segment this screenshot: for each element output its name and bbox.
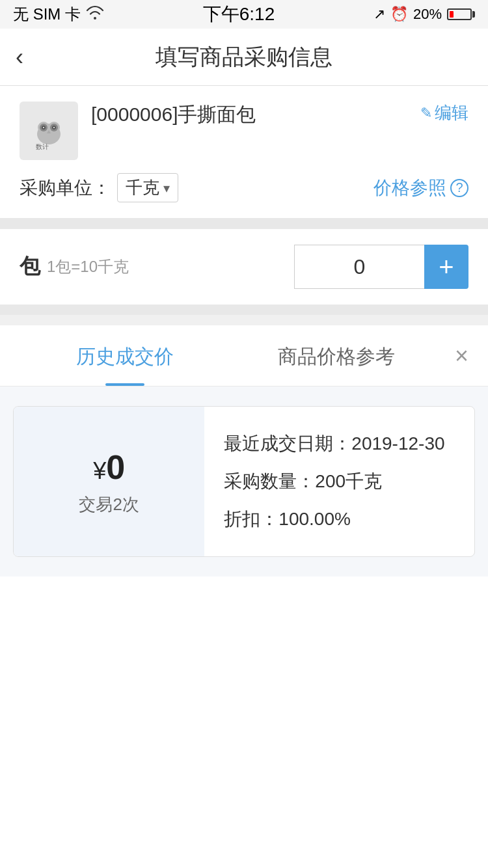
svg-point-7 [43, 127, 44, 128]
back-button[interactable]: ‹ [16, 44, 23, 71]
discount-label: 折扣： [224, 509, 278, 529]
product-header: 数计 [0000006]手撕面包 ✎ 编辑 [20, 102, 468, 160]
product-name: [0000006]手撕面包 [91, 102, 256, 128]
discount-value: 100.00% [278, 509, 351, 529]
quantity-conversion: 1包=10千克 [47, 256, 129, 277]
recent-date-label: 最近成交日期： [224, 433, 351, 454]
tabs-header: 历史成交价 商品价格参考 × [0, 325, 488, 387]
edit-label: 编辑 [435, 102, 468, 124]
status-time: 下午6:12 [203, 2, 275, 27]
quantity-row: 包 1包=10千克 + [0, 229, 488, 305]
purchase-qty-row: 采购数量：200千克 [224, 468, 455, 495]
nav-bar: ‹ 填写商品采购信息 [0, 29, 488, 86]
status-right: ↗ ⏰ 20% [373, 6, 475, 23]
quantity-unit: 包 [20, 252, 40, 281]
price-ref-label: 价格参照 [373, 176, 446, 200]
tabs-panel: 历史成交价 商品价格参考 × ¥0 交易2次 最近成交日期：2019-12-30… [0, 325, 488, 576]
history-detail-panel: 最近成交日期：2019-12-30 采购数量：200千克 折扣：100.00% [204, 407, 474, 556]
recent-date-row: 最近成交日期：2019-12-30 [224, 430, 455, 457]
product-card: 数计 [0000006]手撕面包 ✎ 编辑 采购单位： 千克 ▾ 价格参照 ? [0, 86, 488, 219]
unit-value: 千克 [126, 176, 159, 199]
section-divider [0, 219, 488, 229]
history-price-value: ¥0 [93, 448, 125, 487]
unit-selector[interactable]: 千克 ▾ [117, 173, 178, 202]
tab-history-price[interactable]: 历史成交价 [20, 325, 230, 386]
unit-left: 采购单位： 千克 ▾ [20, 173, 178, 202]
history-price-panel: ¥0 交易2次 [14, 407, 204, 556]
carrier-text: 无 SIM 卡 [13, 4, 81, 25]
status-bar: 无 SIM 卡 下午6:12 ↗ ⏰ 20% [0, 0, 488, 29]
purchase-unit-row: 采购单位： 千克 ▾ 价格参照 ? [20, 173, 468, 202]
quantity-input-wrapper: + [294, 245, 468, 289]
location-icon: ↗ [373, 6, 385, 23]
recent-date-value: 2019-12-30 [351, 433, 444, 454]
svg-point-8 [53, 127, 55, 128]
battery-percent: 20% [413, 6, 442, 23]
alarm-icon: ⏰ [390, 6, 408, 23]
purchase-qty-label: 采购数量： [224, 471, 315, 491]
battery-icon [447, 8, 475, 20]
purchase-qty-value: 200千克 [315, 471, 382, 491]
status-left: 无 SIM 卡 [13, 4, 104, 25]
history-card: ¥0 交易2次 最近成交日期：2019-12-30 采购数量：200千克 折扣：… [13, 406, 475, 557]
unit-dropdown-arrow: ▾ [163, 180, 170, 196]
tab-product-price-ref-label: 商品价格参考 [278, 346, 395, 367]
product-thumbnail: 数计 [20, 102, 78, 160]
page-title: 填写商品采购信息 [156, 42, 332, 72]
edit-icon: ✎ [420, 105, 432, 122]
tab-product-price-ref[interactable]: 商品价格参考 [230, 325, 441, 386]
tab-close-button[interactable]: × [442, 329, 468, 383]
wifi-icon [86, 5, 104, 23]
svg-text:数计: 数计 [36, 143, 49, 150]
tab-content: ¥0 交易2次 最近成交日期：2019-12-30 采购数量：200千克 折扣：… [0, 387, 488, 576]
trade-count: 交易2次 [79, 493, 139, 516]
quantity-plus-button[interactable]: + [424, 245, 468, 289]
product-info: 数计 [0000006]手撕面包 [20, 102, 256, 160]
price-reference-button[interactable]: 价格参照 ? [373, 176, 468, 200]
discount-row: 折扣：100.00% [224, 506, 455, 533]
quantity-input[interactable] [294, 245, 424, 289]
unit-label: 采购单位： [20, 176, 111, 200]
price-ref-icon: ? [450, 179, 468, 197]
section-divider-2 [0, 305, 488, 315]
tab-history-price-label: 历史成交价 [76, 346, 174, 367]
quantity-label: 包 1包=10千克 [20, 252, 129, 281]
currency-symbol: ¥ [93, 457, 106, 484]
edit-button[interactable]: ✎ 编辑 [420, 102, 468, 124]
bottom-area [0, 576, 488, 868]
